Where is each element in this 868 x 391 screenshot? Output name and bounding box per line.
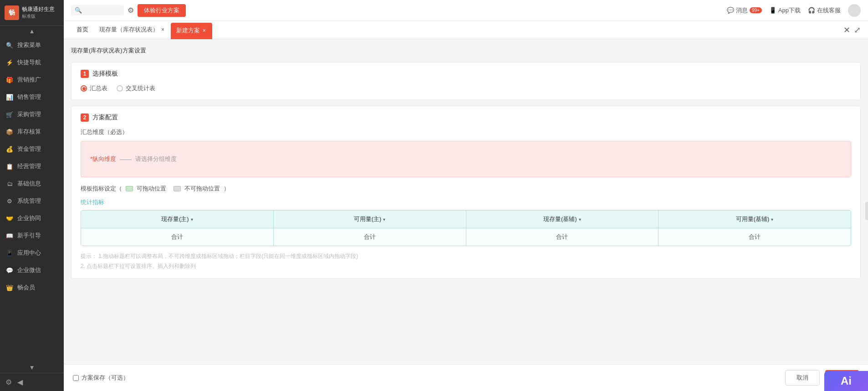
page-title: 现存量(库存状况表)方案设置 bbox=[71, 46, 861, 55]
metrics-section-title: 统计指标 bbox=[81, 198, 851, 206]
dimension-placeholder: *纵向维度 —— 请选择分组维度 bbox=[90, 155, 177, 163]
tab-home-label: 首页 bbox=[77, 26, 88, 34]
sidebar-item-enterprise[interactable]: 🤝 企业协同 bbox=[0, 210, 64, 227]
chevron-down-icon-3[interactable]: ▾ bbox=[579, 217, 581, 222]
dimension-area[interactable]: *纵向维度 —— 请选择分组维度 bbox=[81, 141, 851, 177]
metrics-body-text-4: 合计 bbox=[749, 233, 761, 241]
template-cross-option[interactable]: 交叉统计表 bbox=[117, 84, 155, 93]
metrics-col-body-1: 合计 bbox=[81, 228, 274, 246]
user-avatar[interactable] bbox=[848, 4, 861, 17]
bottom-bar: 方案保存（可选） 取消 查询 bbox=[64, 364, 868, 391]
basic-info-icon: 🗂 bbox=[5, 180, 14, 188]
metrics-col-header-4[interactable]: 可用量(基辅) ▾ bbox=[659, 211, 851, 228]
save-checkbox-input[interactable] bbox=[73, 375, 79, 381]
system-icon: ⚙ bbox=[5, 197, 14, 205]
settings-button[interactable]: ⚙ bbox=[5, 378, 12, 386]
sidebar-item-member[interactable]: 👑 畅会员 bbox=[0, 279, 64, 296]
sidebar-scroll-up[interactable]: ▲ bbox=[0, 26, 64, 36]
topbar: 🔍 ⚙ 体验行业方案 💬 消息 99+ 📱 App下载 🎧 在线客服 bbox=[64, 0, 868, 21]
sidebar-item-label: 快捷导航 bbox=[17, 58, 41, 67]
metrics-table-header: 现存量(主) ▾ 可用量(主) ▾ 现存量(基辅) ▾ 可用量(基辅) ▾ bbox=[81, 211, 851, 228]
sidebar-item-basic-info[interactable]: 🗂 基础信息 bbox=[0, 175, 64, 192]
online-service-button[interactable]: 🎧 在线客服 bbox=[808, 6, 841, 15]
section2-num: 2 bbox=[81, 113, 89, 122]
sidebar-item-label: 基础信息 bbox=[17, 180, 41, 188]
sidebar-item-sales[interactable]: 📊 销售管理 bbox=[0, 88, 64, 106]
summary-label: 汇总表 bbox=[90, 84, 107, 93]
app-name: 畅康通好生意 bbox=[22, 6, 55, 13]
search-icon: 🔍 bbox=[75, 7, 82, 14]
metrics-table: 现存量(主) ▾ 可用量(主) ▾ 现存量(基辅) ▾ 可用量(基辅) ▾ bbox=[81, 210, 851, 246]
tab-inventory[interactable]: 现存量（库存状况表） × bbox=[94, 21, 171, 39]
tab-home[interactable]: 首页 bbox=[71, 21, 94, 39]
ai-badge[interactable]: Ai bbox=[824, 371, 868, 391]
chevron-down-icon-4[interactable]: ▾ bbox=[771, 217, 773, 222]
app-download-button[interactable]: 📱 App下载 bbox=[769, 6, 801, 15]
section1-header: 1 选择模板 bbox=[81, 70, 851, 78]
message-button[interactable]: 💬 消息 99+ bbox=[727, 6, 762, 15]
sidebar-item-app-center[interactable]: 📱 应用中心 bbox=[0, 244, 64, 262]
gear-button[interactable]: ⚙ bbox=[128, 6, 134, 15]
template-options: 汇总表 交叉统计表 bbox=[81, 84, 851, 93]
service-label: 在线客服 bbox=[817, 6, 841, 15]
right-expand-handle[interactable] bbox=[865, 202, 868, 220]
tabs-bar: 首页 现存量（库存状况表） × 新建方案 × ✕ ⤢ bbox=[64, 21, 868, 39]
template-summary-option[interactable]: 汇总表 bbox=[81, 84, 107, 93]
metrics-config-label: 模板指标设定（ 可拖动位置 不可拖动位置 ） bbox=[81, 185, 851, 193]
metrics-header-text-3: 现存量(基辅) bbox=[543, 215, 577, 223]
panel-close-button[interactable]: ✕ bbox=[843, 25, 850, 35]
panel-expand-button[interactable]: ⤢ bbox=[854, 25, 861, 35]
search-input[interactable] bbox=[84, 7, 120, 14]
metrics-body-text-1: 合计 bbox=[171, 233, 183, 241]
ai-label: Ai bbox=[841, 375, 852, 387]
no-drag-label: 不可拖动位置 bbox=[184, 185, 220, 193]
sidebar-item-search-menu[interactable]: 🔍 搜索菜单 bbox=[0, 36, 64, 54]
drag-indicator bbox=[126, 186, 133, 191]
tab-inventory-close[interactable]: × bbox=[160, 26, 165, 33]
sidebar-item-label: 销售管理 bbox=[17, 93, 41, 101]
sidebar-item-label: 畅会员 bbox=[17, 283, 35, 292]
sidebar-logo: 畅 畅康通好生意 标准版 bbox=[0, 0, 64, 26]
metrics-table-body: 合计 合计 合计 合计 bbox=[81, 228, 851, 246]
save-checkbox-text: 方案保存（可选） bbox=[82, 374, 129, 382]
tab-inventory-label: 现存量（库存状况表） bbox=[99, 26, 158, 34]
save-checkbox-label[interactable]: 方案保存（可选） bbox=[73, 374, 129, 382]
sidebar-item-purchase[interactable]: 🛒 采购管理 bbox=[0, 106, 64, 123]
sidebar-item-label: 系统管理 bbox=[17, 197, 41, 205]
sidebar-item-new-guide[interactable]: 📖 新手引导 bbox=[0, 227, 64, 244]
tip-2: 2. 点击标题栏下拉可设置排序、插入列和删除列 bbox=[81, 262, 851, 272]
sidebar-item-inventory[interactable]: 📦 库存核算 bbox=[0, 123, 64, 140]
chevron-down-icon-1[interactable]: ▾ bbox=[191, 217, 193, 222]
content-area: 现存量(库存状况表)方案设置 1 选择模板 汇总表 交叉统计表 2 bbox=[64, 39, 868, 364]
metrics-col-body-3: 合计 bbox=[466, 228, 659, 246]
cancel-button[interactable]: 取消 bbox=[785, 370, 820, 386]
sidebar-item-enterprise-wechat[interactable]: 💬 企业微信 bbox=[0, 262, 64, 279]
trial-button[interactable]: 体验行业方案 bbox=[138, 4, 186, 17]
sidebar-item-operations[interactable]: 📋 经营管理 bbox=[0, 158, 64, 175]
metrics-col-header-1[interactable]: 现存量(主) ▾ bbox=[81, 211, 274, 228]
tab-new-scheme-close[interactable]: × bbox=[202, 27, 207, 34]
purchase-icon: 🛒 bbox=[5, 110, 14, 118]
sidebar-item-marketing[interactable]: 🎁 营销推广 bbox=[0, 71, 64, 88]
section2-header: 2 方案配置 bbox=[81, 113, 851, 122]
tab-new-scheme[interactable]: 新建方案 × bbox=[171, 23, 212, 39]
chevron-down-icon-2[interactable]: ▾ bbox=[383, 217, 385, 222]
sidebar-item-quick-nav[interactable]: ⚡ 快捷导航 bbox=[0, 54, 64, 71]
collapse-button[interactable]: ◀ bbox=[17, 378, 23, 386]
metrics-col-header-3[interactable]: 现存量(基辅) ▾ bbox=[466, 211, 659, 228]
summary-radio[interactable] bbox=[81, 85, 87, 92]
metrics-col-header-2[interactable]: 可用量(主) ▾ bbox=[274, 211, 466, 228]
sidebar: 畅 畅康通好生意 标准版 ▲ 🔍 搜索菜单 ⚡ 快捷导航 🎁 营销推广 📊 销售… bbox=[0, 0, 64, 391]
sidebar-item-label: 资金管理 bbox=[17, 145, 41, 153]
search-menu-icon: 🔍 bbox=[5, 41, 14, 49]
sidebar-item-system[interactable]: ⚙ 系统管理 bbox=[0, 192, 64, 210]
dimension-label: 汇总维度（必选） bbox=[81, 128, 851, 136]
section2-title: 方案配置 bbox=[92, 113, 118, 122]
dimension-placeholder-text: 请选择分组维度 bbox=[135, 155, 177, 163]
tips-area: 提示： 1.拖动标题栏可以调整布局，不可跨维度或指标区域拖动；栏目字段(只能在同… bbox=[81, 252, 851, 271]
cross-radio[interactable] bbox=[117, 85, 123, 92]
sidebar-item-finance[interactable]: 💰 资金管理 bbox=[0, 140, 64, 158]
sidebar-scroll-down[interactable]: ▼ bbox=[0, 362, 64, 373]
inventory-icon: 📦 bbox=[5, 128, 14, 136]
topbar-search-area[interactable]: 🔍 bbox=[71, 5, 124, 15]
